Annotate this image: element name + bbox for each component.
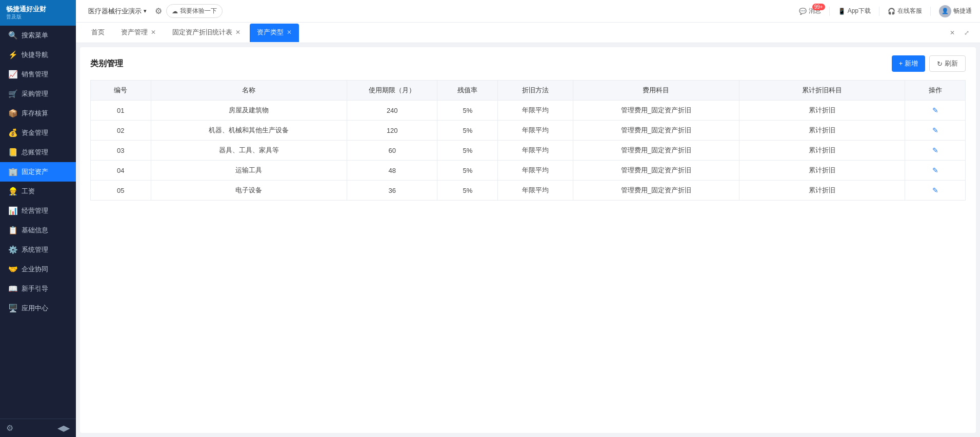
sidebar-item-assets[interactable]: 🏢 固定资产 [0,162,76,182]
cell-action: ✎ [905,121,966,141]
divider-1 [829,7,830,16]
sidebar-item-guide[interactable]: 📖 新手引导 [0,279,76,299]
app-subtitle: 普及版 [6,13,46,21]
cell-accumulated[interactable]: 累计折旧 [739,101,905,121]
message-action[interactable]: 💬 消息 99+ [799,7,821,15]
sidebar-item-basicinfo[interactable]: 📋 基础信息 [0,221,76,240]
edit-icon[interactable]: ✎ [932,186,938,194]
sidebar-item-operations[interactable]: 📊 经营管理 [0,201,76,221]
sidebar-item-inventory[interactable]: 📦 库存核算 [0,104,76,123]
maximize-window-button[interactable]: ⤢ [962,28,972,38]
finance-icon: 💰 [8,128,17,137]
operations-icon: 📊 [8,206,17,215]
tab-close-icon[interactable]: ✕ [151,29,156,36]
cell-name: 器具、工具、家具等 [151,141,347,161]
sidebar-item-label: 库存核算 [22,109,48,118]
edit-icon[interactable]: ✎ [932,166,938,174]
lightning-icon: ⚡ [8,50,17,59]
sidebar-header: 畅捷通好业财 普及版 [0,0,76,26]
cell-accumulated[interactable]: 累计折旧 [739,121,905,141]
cell-expense: 管理费用_固定资产折旧 [573,121,739,141]
cell-expense: 管理费用_固定资产折旧 [573,161,739,181]
cell-code: 02 [91,121,151,141]
collab-icon: 🤝 [8,265,17,274]
module-selector[interactable]: 医疗器械行业演示 ▾ [84,5,151,18]
table-row: 03 器具、工具、家具等 60 5% 年限平均 管理费用_固定资产折旧 累计折旧… [91,141,966,161]
sidebar-item-appcenter[interactable]: 🖥️ 应用中心 [0,299,76,318]
table-header: 编号 名称 使用期限（月） 残值率 折旧方法 费用科目 累计折旧科目 操作 [91,81,966,101]
cell-code: 03 [91,141,151,161]
app-download-action[interactable]: 📱 App下载 [838,7,871,15]
table-row: 01 房屋及建筑物 240 5% 年限平均 管理费用_固定资产折旧 累计折旧 ✎ [91,101,966,121]
sidebar-item-label: 应用中心 [22,304,48,313]
sidebar-item-ledger[interactable]: 📒 总账管理 [0,143,76,162]
refresh-icon: ↻ [937,60,943,68]
refresh-label: 刷新 [945,59,958,68]
edit-icon[interactable]: ✎ [932,146,938,154]
col-accumulated: 累计折旧科目 [739,81,905,101]
sidebar-item-finance[interactable]: 💰 资金管理 [0,123,76,143]
cell-action: ✎ [905,141,966,161]
page-header: 类别管理 + 新增 ↻ 刷新 [90,55,966,72]
online-service-action[interactable]: 🎧 在线客服 [888,7,922,15]
experience-label: 我要体验一下 [180,7,217,15]
tab-asset-management[interactable]: 资产管理 ✕ [114,24,163,42]
close-window-button[interactable]: ✕ [947,28,957,38]
module-settings-icon[interactable]: ⚙ [155,6,162,16]
experience-button[interactable]: ☁ 我要体验一下 [166,4,223,18]
sidebar-item-label: 基础信息 [22,226,48,235]
ledger-icon: 📒 [8,148,17,157]
cell-period: 36 [347,181,437,201]
cell-accumulated[interactable]: 累计折旧 [739,181,905,201]
sidebar-item-quicknav[interactable]: ⚡ 快捷导航 [0,45,76,65]
cell-name: 运输工具 [151,161,347,181]
guide-icon: 📖 [8,284,17,293]
asset-type-label: 资产类型 [257,28,284,37]
sidebar-item-payroll[interactable]: 👷 工资 [0,182,76,201]
sidebar-item-purchase[interactable]: 🛒 采购管理 [0,84,76,104]
chevron-down-icon: ▾ [144,8,147,14]
service-icon: 🎧 [888,8,895,15]
header-left: 医疗器械行业演示 ▾ ⚙ ☁ 我要体验一下 [84,4,793,18]
tab-asset-type[interactable]: 资产类型 ✕ [250,24,299,42]
app-title: 畅捷通好业财 [6,5,46,13]
cell-accumulated[interactable]: 累计折旧 [739,161,905,181]
basicinfo-icon: 📋 [8,226,17,235]
sales-icon: 📈 [8,70,17,79]
col-expense: 费用科目 [573,81,739,101]
sidebar-item-system[interactable]: ⚙️ 系统管理 [0,240,76,260]
cell-method: 年限平均 [498,161,573,181]
settings-footer-icon[interactable]: ⚙ [6,423,13,433]
edit-icon[interactable]: ✎ [932,106,938,114]
refresh-button[interactable]: ↻ 刷新 [929,55,966,72]
col-code: 编号 [91,81,151,101]
cell-action: ✎ [905,101,966,121]
new-button[interactable]: + 新增 [892,55,925,72]
cell-method: 年限平均 [498,181,573,201]
user-label: 畅捷通 [953,7,972,15]
tab-close-icon-2[interactable]: ✕ [235,29,241,36]
cell-period: 120 [347,121,437,141]
collapse-icon[interactable]: ◀▶ [57,423,70,433]
sidebar-item-label: 搜索菜单 [22,31,48,40]
cell-accumulated[interactable]: 累计折旧 [739,141,905,161]
cell-residual: 5% [437,141,498,161]
tab-home[interactable]: 首页 [84,24,112,42]
online-service-label: 在线客服 [897,7,922,15]
appcenter-icon: 🖥️ [8,304,17,313]
sidebar-item-search[interactable]: 🔍 搜索菜单 [0,26,76,45]
category-table: 编号 名称 使用期限（月） 残值率 折旧方法 费用科目 累计折旧科目 操作 01… [90,80,966,201]
tab-depreciation-table[interactable]: 固定资产折旧统计表 ✕ [165,24,248,42]
action-buttons: + 新增 ↻ 刷新 [892,55,966,72]
edit-icon[interactable]: ✎ [932,126,938,134]
cell-period: 48 [347,161,437,181]
depreciation-table-label: 固定资产折旧统计表 [172,28,232,37]
user-action[interactable]: 👤 畅捷通 [939,5,972,17]
search-icon: 🔍 [8,31,17,40]
tab-close-icon-3[interactable]: ✕ [287,29,292,36]
sidebar-item-collab[interactable]: 🤝 企业协同 [0,260,76,279]
app-download-label: App下载 [848,7,871,15]
cell-method: 年限平均 [498,121,573,141]
top-header: 医疗器械行业演示 ▾ ⚙ ☁ 我要体验一下 💬 消息 99+ 📱 App下载 � [76,0,980,23]
sidebar-item-sales[interactable]: 📈 销售管理 [0,65,76,84]
